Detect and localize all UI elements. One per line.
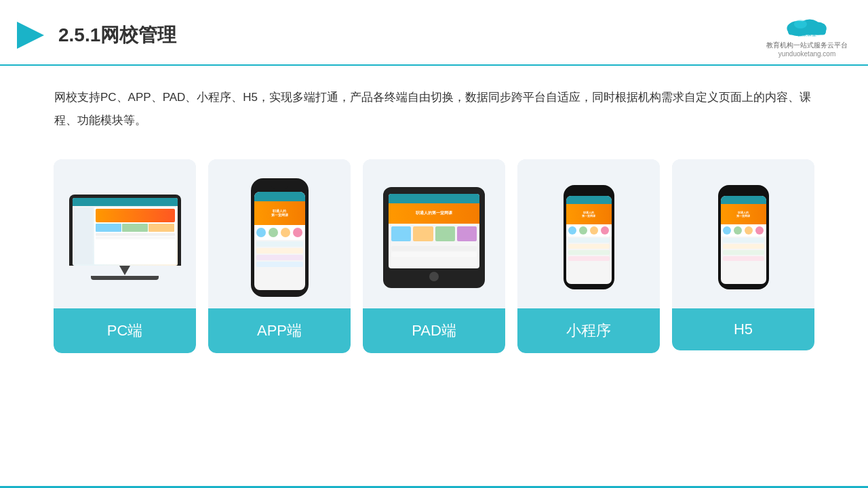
pad-tablet-outer: 职通人的第一堂网课 [383,187,485,288]
card-h5-label: H5 [672,308,814,350]
card-pc: PC端 [54,159,196,353]
card-pad: 职通人的第一堂网课 [363,159,505,353]
h5-phone-outer: 职通人的第一堂网课 [718,185,769,289]
pc-screen [73,198,178,266]
card-miniprogram-label: 小程序 [517,308,660,353]
card-app: 职通人的第一堂网课 [208,159,351,353]
page-title: 2.5.1网校管理 [58,22,176,48]
card-pad-label: PAD端 [363,308,505,353]
card-pad-image: 职通人的第一堂网课 [363,159,505,308]
card-pc-image [54,159,196,308]
card-h5: 职通人的第一堂网课 [672,159,814,350]
h5-phone-mockup: 职通人的第一堂网课 [718,185,769,289]
svg-marker-0 [17,22,44,49]
svg-point-5 [794,20,807,28]
pc-mockup [69,195,181,280]
card-pc-label: PC端 [54,308,196,353]
header-left: 2.5.1网校管理 [14,18,176,52]
logo-subtitle: 教育机构一站式服务云平台 [766,41,848,50]
card-app-label: APP端 [208,308,351,353]
card-miniprogram: 职通人的第一堂网课 [517,159,660,353]
pad-tablet-mockup: 职通人的第一堂网课 [383,187,485,288]
card-h5-image: 职通人的第一堂网课 [672,159,814,308]
cards-container: PC端 职通人的第一堂网课 [0,146,868,367]
logo-icon: 云朵课堂 [780,12,834,39]
miniprogram-phone-mockup: 职通人的第一堂网课 [564,185,614,289]
card-app-image: 职通人的第一堂网课 [208,159,351,308]
miniprogram-phone-outer: 职通人的第一堂网课 [564,185,614,289]
app-phone-mockup: 职通人的第一堂网课 [251,178,309,297]
svg-text:云朵课堂: 云朵课堂 [797,31,816,37]
app-phone-outer: 职通人的第一堂网课 [251,178,309,297]
card-miniprogram-image: 职通人的第一堂网课 [517,159,660,308]
logo-domain: yunduoketang.com [778,50,836,58]
description-text: 网校支持PC、APP、PAD、小程序、H5，实现多端打通，产品各终端自由切换，数… [0,66,868,146]
pc-screen-outer [69,195,181,266]
page-header: 2.5.1网校管理 云朵课堂 教育机构一站式服务云平台 yunduoketang… [0,0,868,66]
play-icon [14,18,47,52]
logo-area: 云朵课堂 教育机构一站式服务云平台 yunduoketang.com [766,12,848,58]
